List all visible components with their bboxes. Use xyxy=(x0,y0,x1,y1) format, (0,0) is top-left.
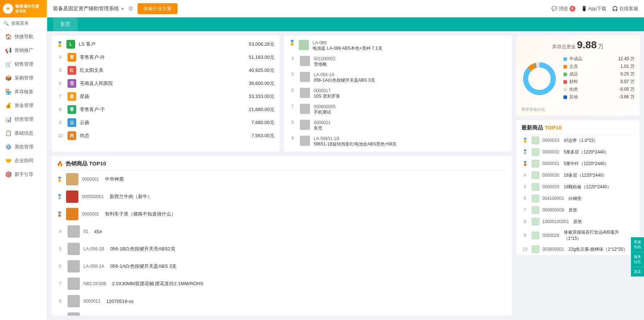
dropdown-arrow-icon[interactable]: ▾ xyxy=(121,6,124,12)
rank-number: 10 xyxy=(57,133,64,138)
main-area: 装备及固定资产辅助管理系统 ▾ ⚙ 体验行业方案 💬 消息 6 📱 App下载 … xyxy=(47,0,644,320)
hot-product-name: 智利车子里（规格不知道填什么） xyxy=(105,211,176,217)
sidebar-item-sales[interactable]: 🛒 销售管理 xyxy=(0,57,47,71)
direct-sale-button[interactable]: 直卖 xyxy=(631,267,644,276)
legend-dot xyxy=(563,80,567,84)
rank-medal: 🥈 xyxy=(57,194,62,200)
topbar: 装备及固定资产辅助管理系统 ▾ ⚙ 体验行业方案 💬 消息 6 📱 App下载 … xyxy=(47,0,644,17)
hot-product-name: 中华神鹿 xyxy=(105,176,124,182)
newest-code: 0000029 xyxy=(542,184,559,189)
customer-avatar: L xyxy=(66,40,75,49)
newest-products-label: 最新商品 TOP10 xyxy=(521,124,562,131)
rank-number: 4 xyxy=(57,229,64,234)
product-name: 056-1A白色按键开关盖ABS 3克 xyxy=(314,77,507,83)
newest-item: 9 0000028 体被蔗核味苏打饮品400毫升（1*15） xyxy=(516,227,640,243)
inventory-donut-chart xyxy=(521,61,558,97)
rank-medal: 🥉 xyxy=(57,212,62,217)
sidebar-item-operation[interactable]: 📊 经营管理 xyxy=(0,112,47,126)
product-image xyxy=(300,72,310,82)
customer-name: 苍南县人民医院 xyxy=(80,80,245,87)
service-community-button[interactable]: 服务社区 xyxy=(631,252,644,267)
hot-product-image xyxy=(68,295,80,307)
product-code: LA-056-1A xyxy=(314,72,334,77)
sidebar-search[interactable]: 🔍 搜索菜单 xyxy=(0,17,47,30)
newest-code: 004100001 xyxy=(542,196,564,201)
newest-item: 🥇 0000033 封边带（1.0*22） xyxy=(516,135,640,146)
product-image xyxy=(300,120,310,130)
hot-product-image xyxy=(68,225,80,238)
legend-item: 肉类 -0.05 万 xyxy=(563,86,635,93)
newest-img xyxy=(531,231,539,239)
inventory-total: 库存总资金 9.88 万 xyxy=(516,36,640,53)
product-name: 电池盖 LA-089 ABS本色+黑种 7.1克 xyxy=(313,45,507,52)
rank-number: 10 xyxy=(521,247,529,252)
tab-home[interactable]: 首页 xyxy=(53,17,78,31)
legend-dot xyxy=(563,57,567,61)
rank-number: 6 xyxy=(57,264,64,269)
customer-rank-list: 🥇 L LS 客户 53,006.26元 4 零 零售客户-许 51,183.0… xyxy=(52,36,280,144)
newest-item: 5 0000029 18颗粒板（1220*2440） xyxy=(516,181,640,193)
sidebar-item-system[interactable]: ⚙️ 系统管理 xyxy=(0,140,47,154)
medal-icon: 🥇 xyxy=(57,41,63,47)
sidebar-item-base-info[interactable]: 📋 基础信息 xyxy=(0,126,47,140)
customer-amount: 51,183.00元 xyxy=(249,54,274,61)
hot-products-title: 🔥 热销商品 TOP10 xyxy=(52,156,512,170)
product-info: LA-59651-1B 59651-1B旋转投影灯电池盒ABS黑色+58克 xyxy=(314,136,507,147)
online-service-button[interactable]: 🎧 在线客服 xyxy=(612,5,638,12)
legend-value: -0.05 万 xyxy=(619,86,635,93)
guide-icon: 🎯 xyxy=(5,171,12,178)
logo-main-text: 畅捷通好生意 xyxy=(15,4,39,9)
medal-icon: 🥇 xyxy=(289,40,295,46)
newest-name: 18多层（1220*2440） xyxy=(564,172,607,179)
app-download-button[interactable]: 📱 App下载 xyxy=(581,5,606,12)
sidebar-item-cooperation[interactable]: 🤝 企业协同 xyxy=(0,154,47,168)
rank-number: 6 xyxy=(521,196,529,201)
app-download-label: App下载 xyxy=(588,5,606,12)
inventory-label: 库存总资金 xyxy=(552,44,576,49)
customer-avatar: 红 xyxy=(68,66,76,75)
customer-avatar: 苍 xyxy=(68,79,76,88)
sidebar-item-quick-nav[interactable]: 🏠 快捷导航 xyxy=(0,30,47,44)
message-button[interactable]: 💬 消息 6 xyxy=(551,5,575,12)
customer-name: 尚态 xyxy=(80,132,248,139)
sidebar-item-label: 销售管理 xyxy=(15,61,33,67)
sidebar: ✦ 畅捷通好生意 标准版 🔍 搜索菜单 🏠 快捷导航 📢 营销推广 🛒 销售管理… xyxy=(0,0,47,320)
product-name: 夹壳 xyxy=(314,125,507,131)
rank-number: 7 xyxy=(289,104,296,109)
sidebar-item-finance[interactable]: 💰 资金管理 xyxy=(0,99,47,112)
product-info: 001000002 雪地靴 xyxy=(314,56,507,67)
rank-number: 5 xyxy=(289,72,296,77)
legend-dot xyxy=(563,73,567,76)
customer-avatar: 星 xyxy=(68,92,76,101)
newest-products-title: 最新商品 TOP10 xyxy=(516,120,640,134)
sidebar-item-label: 快捷导航 xyxy=(15,33,33,40)
product-rank-item: 4 001000002 雪地靴 xyxy=(284,54,512,70)
newest-img xyxy=(531,148,539,156)
product-info: 0000017 10S 变刹罗浆 xyxy=(314,88,507,99)
cooperation-icon: 🤝 xyxy=(5,157,12,164)
hot-product-image xyxy=(68,278,80,290)
sidebar-item-marketing[interactable]: 📢 营销推广 xyxy=(0,44,47,57)
hot-product-name: 2.0X30MM双摆花轴.摆花直径2.1MM/ROHS xyxy=(112,280,203,287)
base-info-icon: 📋 xyxy=(5,130,12,136)
sidebar-item-inventory[interactable]: 🏪 库存核算 xyxy=(0,85,47,99)
settings-icon[interactable]: ⚙ xyxy=(128,5,133,12)
customer-rank-item: 9 云 云扬 7,680.00元 xyxy=(52,116,280,129)
rank-number: 6 xyxy=(289,88,296,93)
newest-item: 8 10000100001 原垫 xyxy=(516,216,640,227)
customer-amount: 40,925.00元 xyxy=(249,67,274,74)
hot-product-image xyxy=(66,190,78,203)
legend-value: 12.45 万 xyxy=(618,56,635,62)
sidebar-item-guide[interactable]: 🎯 新手引导 xyxy=(0,168,47,181)
hot-product-image xyxy=(66,173,78,185)
nav-tabs: 首页 xyxy=(47,17,644,31)
trial-button[interactable]: 体验行业方案 xyxy=(138,3,178,14)
sidebar-item-label: 新手引导 xyxy=(15,171,33,178)
newest-name: 5厘中纤（1220*2440） xyxy=(564,161,609,167)
sidebar-item-purchase[interactable]: 📦 采购管理 xyxy=(0,71,47,85)
customer-ranking-card: 🥇 L LS 客户 53,006.26元 4 零 零售客户-许 51,183.0… xyxy=(52,36,280,152)
newest-img xyxy=(531,160,539,168)
customer-rank-item: 6 苍 苍南县人民医院 36,600.00元 xyxy=(52,77,280,90)
customer-service-button[interactable]: 客服热线 xyxy=(631,237,644,252)
hot-products-card: 🔥 热销商品 TOP10 🥇 0000001 中华神鹿 🥈 000500001 … xyxy=(52,156,512,316)
